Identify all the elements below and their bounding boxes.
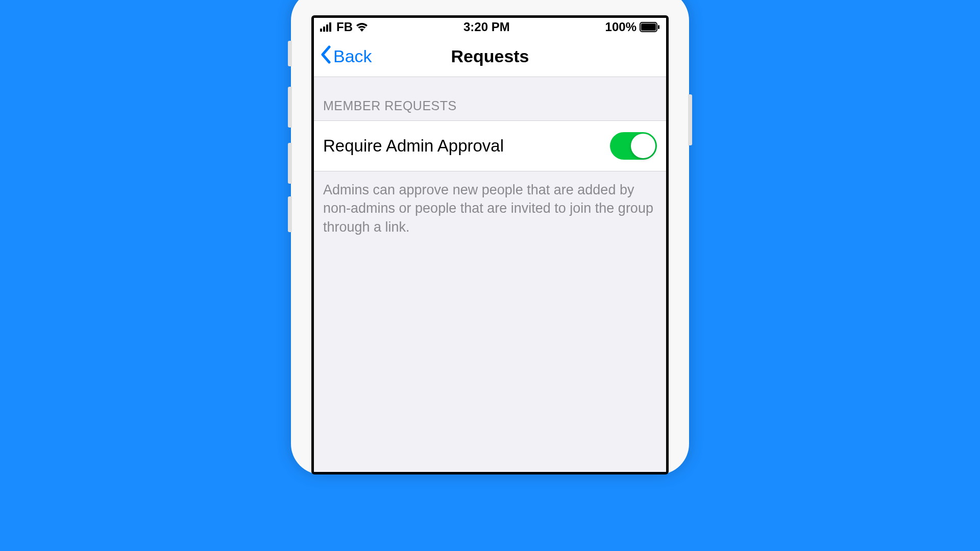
svg-rect-0 (320, 29, 322, 32)
back-button-label: Back (333, 46, 372, 66)
svg-rect-2 (326, 24, 328, 32)
battery-percent: 100% (605, 20, 636, 34)
navigation-bar: Back Requests (314, 36, 666, 77)
signal-icon (320, 22, 333, 32)
phone-side-button (288, 143, 292, 184)
phone-screen: FB 3:20 PM 100% (311, 15, 669, 474)
carrier-label: FB (336, 20, 353, 34)
svg-rect-1 (323, 27, 325, 32)
settings-content: MEMBER REQUESTS Require Admin Approval A… (314, 77, 666, 472)
phone-frame: FB 3:20 PM 100% (291, 0, 689, 474)
status-bar: FB 3:20 PM 100% (314, 18, 666, 36)
phone-side-button (688, 94, 692, 145)
svg-rect-3 (329, 22, 331, 32)
chevron-left-icon (320, 45, 331, 68)
section-header-member-requests: MEMBER REQUESTS (314, 77, 666, 120)
wifi-icon (356, 22, 368, 32)
page-title: Requests (451, 46, 529, 66)
require-admin-approval-toggle[interactable] (610, 132, 657, 160)
require-admin-approval-row: Require Admin Approval (314, 120, 666, 171)
status-bar-right: 100% (605, 20, 660, 34)
svg-rect-5 (641, 23, 656, 31)
back-button[interactable]: Back (320, 45, 372, 68)
battery-icon (640, 22, 660, 32)
phone-side-button (288, 87, 292, 128)
status-bar-left: FB (320, 20, 368, 34)
svg-rect-6 (658, 25, 659, 29)
require-admin-approval-label: Require Admin Approval (323, 136, 504, 156)
status-time: 3:20 PM (463, 20, 510, 34)
phone-side-button (288, 196, 292, 232)
phone-side-button (288, 41, 292, 66)
require-admin-approval-description: Admins can approve new people that are a… (314, 171, 666, 236)
toggle-knob (631, 134, 655, 158)
